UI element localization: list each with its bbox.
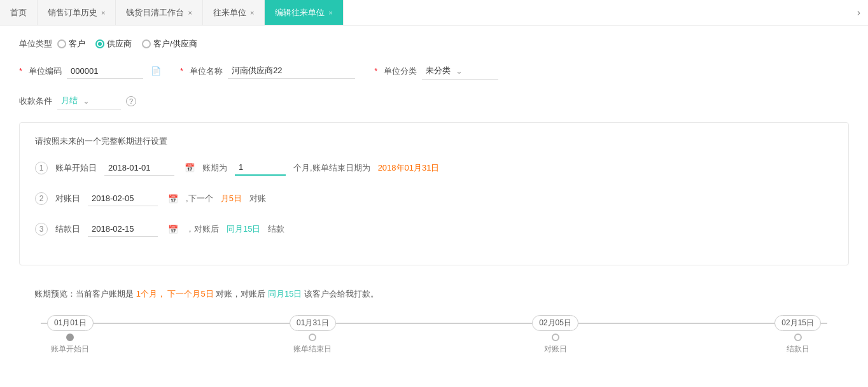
preview-section: 账期预览：当前客户账期是 1个月， 下一个月5日 对账，对账后 同月15日 该客… [19, 278, 849, 365]
tab-cash-work-label: 钱货日清工作台 [126, 7, 184, 18]
end-date-highlight: 2018年01月31日 [378, 162, 440, 174]
unit-category-field: * 单位分类 未分类 ⌄ [374, 62, 498, 80]
timeline-point-start: 01月01日 账单开始日 [47, 315, 94, 355]
unit-category-value: 未分类 [426, 65, 451, 76]
radio-customer-label: 客户 [69, 38, 85, 50]
unit-code-label: 单位编码 [29, 66, 62, 77]
row-label-2: 对账日 [55, 193, 80, 204]
timeline-circle-2 [309, 334, 316, 341]
tab-sales-history-label: 销售订单历史 [48, 7, 97, 18]
preview-months: 1个月， [136, 289, 165, 299]
tab-sales-history[interactable]: 销售订单历史 × [38, 0, 116, 25]
payment-date-input[interactable] [88, 222, 158, 237]
unit-code-field: * 单位编码 📄 [19, 64, 161, 79]
tab-edit-partner-close[interactable]: × [328, 9, 332, 17]
tab-partner-label: 往来单位 [213, 7, 246, 18]
tab-edit-partner[interactable]: 编辑往来单位 × [265, 0, 343, 25]
months-input[interactable] [235, 160, 286, 176]
row-num-3: 3 [35, 223, 48, 236]
row-label-3: 结款日 [55, 223, 80, 235]
unit-name-label: 单位名称 [190, 66, 223, 77]
timeline-point-2: 01月31日 账单结束日 [290, 315, 336, 355]
radio-customer-circle [57, 39, 66, 48]
preview-payment-day: 同月15日 [268, 289, 302, 299]
unit-code-star: * [19, 66, 22, 76]
reconcile-suffix: 对账 [249, 193, 266, 204]
tab-cash-work[interactable]: 钱货日清工作台 × [116, 0, 202, 25]
preview-reconcile-text: 对账，对账后 [216, 289, 265, 299]
preview-label: 账期预览：当前客户账期是 [34, 289, 134, 299]
tab-scroll-right[interactable]: › [850, 0, 868, 25]
preview-reconcile-day: 下一个月5日 [167, 289, 213, 299]
timeline-date-2: 01月31日 [290, 315, 336, 331]
timeline-date-3: 02月05日 [532, 315, 578, 331]
payment-terms-select[interactable]: 月结 ⌄ [57, 92, 121, 109]
start-date-input[interactable] [104, 160, 174, 176]
start-date-cal[interactable]: 📅 [185, 163, 195, 172]
timeline-points: 01月01日 账单开始日 01月31日 账单结束日 02月05日 对账日 02月… [47, 315, 821, 355]
radio-both-circle [142, 39, 151, 48]
payment-terms-label: 收款条件 [19, 95, 52, 107]
timeline-circle-1 [66, 334, 74, 341]
setting-row-2: 2 对账日 📅 ,下一个 月5日 对账 [35, 191, 833, 206]
payment-terms-field: 收款条件 月结 ⌄ ? [19, 92, 136, 109]
period-prefix: 账期为 [202, 162, 227, 174]
radio-supplier[interactable]: 供应商 [95, 38, 132, 50]
unit-category-label: 单位分类 [384, 66, 417, 77]
radio-supplier-label: 供应商 [107, 38, 132, 50]
timeline-circle-4 [794, 334, 802, 341]
tab-partner-close[interactable]: × [250, 9, 254, 17]
unit-name-field: * 单位名称 [180, 64, 355, 79]
radio-both-label: 客户/供应商 [153, 38, 197, 50]
radio-both[interactable]: 客户/供应商 [142, 38, 197, 50]
payment-terms-row: 收款条件 月结 ⌄ ? [19, 92, 849, 109]
tab-cash-work-close[interactable]: × [188, 9, 192, 17]
unit-code-icon[interactable]: 📄 [151, 66, 161, 76]
code-name-category-row: * 单位编码 📄 * 单位名称 * 单位分类 未分类 ⌄ [19, 62, 849, 80]
payment-terms-value: 月结 [61, 95, 78, 106]
preview-text: 账期预览：当前客户账期是 1个月， 下一个月5日 对账，对账后 同月15日 该客… [34, 288, 834, 300]
unit-name-input[interactable] [228, 64, 355, 79]
timeline-point-3: 02月05日 对账日 [532, 315, 578, 355]
months-suffix: 个月,账单结束日期为 [293, 162, 370, 174]
timeline-date-4: 02月15日 [774, 315, 821, 331]
row-num-2: 2 [35, 192, 48, 205]
unit-category-star: * [374, 66, 377, 76]
reconcile-day-highlight: 月5日 [221, 193, 242, 204]
reconcile-date-cal[interactable]: 📅 [168, 194, 178, 204]
timeline-point-end: 02月15日 结款日 [774, 315, 821, 355]
unit-type-label: 单位类型 [19, 38, 52, 50]
radio-group: 客户 供应商 客户/供应商 [57, 38, 197, 50]
reconcile-prefix: ,下一个 [186, 193, 213, 204]
tab-partner[interactable]: 往来单位 × [203, 0, 265, 25]
radio-supplier-circle [95, 39, 104, 48]
section-title: 请按照未来的一个完整帐期进行设置 [35, 136, 833, 147]
unit-code-input[interactable] [67, 64, 143, 79]
tab-sales-history-close[interactable]: × [101, 9, 105, 17]
timeline-wrapper: 01月01日 账单开始日 01月31日 账单结束日 02月05日 对账日 02月… [34, 315, 834, 355]
preview-end-text: 该客户会给我打款。 [304, 289, 379, 299]
payment-date-cal[interactable]: 📅 [168, 225, 178, 234]
payment-suffix: 结款 [268, 223, 284, 235]
unit-category-arrow: ⌄ [456, 66, 463, 76]
help-icon[interactable]: ? [126, 96, 136, 106]
payment-day-highlight: 同月15日 [227, 223, 260, 235]
timeline-circle-3 [552, 334, 559, 341]
unit-type-field: 单位类型 客户 供应商 客户/供应商 [19, 38, 197, 50]
radio-customer[interactable]: 客户 [57, 38, 85, 50]
timeline-label-1: 账单开始日 [51, 344, 89, 355]
settings-section: 请按照未来的一个完整帐期进行设置 1 账单开始日 📅 账期为 个月,账单结束日期… [19, 122, 849, 265]
reconcile-date-input[interactable] [88, 191, 158, 206]
tab-home[interactable]: 首页 [0, 0, 38, 25]
timeline-label-2: 账单结束日 [293, 344, 332, 355]
main-content: 单位类型 客户 供应商 客户/供应商 * 单位编码 [0, 25, 868, 387]
tab-bar: 首页 销售订单历史 × 钱货日清工作台 × 往来单位 × 编辑往来单位 × › [0, 0, 868, 25]
timeline-label-3: 对账日 [544, 344, 567, 355]
tab-edit-partner-label: 编辑往来单位 [275, 7, 325, 18]
unit-type-row: 单位类型 客户 供应商 客户/供应商 [19, 38, 849, 50]
setting-row-3: 3 结款日 📅 ，对账后 同月15日 结款 [35, 222, 833, 237]
unit-name-star: * [180, 66, 183, 76]
unit-category-select[interactable]: 未分类 ⌄ [422, 62, 498, 80]
timeline-date-1: 01月01日 [47, 315, 94, 331]
row-num-1: 1 [35, 162, 48, 174]
